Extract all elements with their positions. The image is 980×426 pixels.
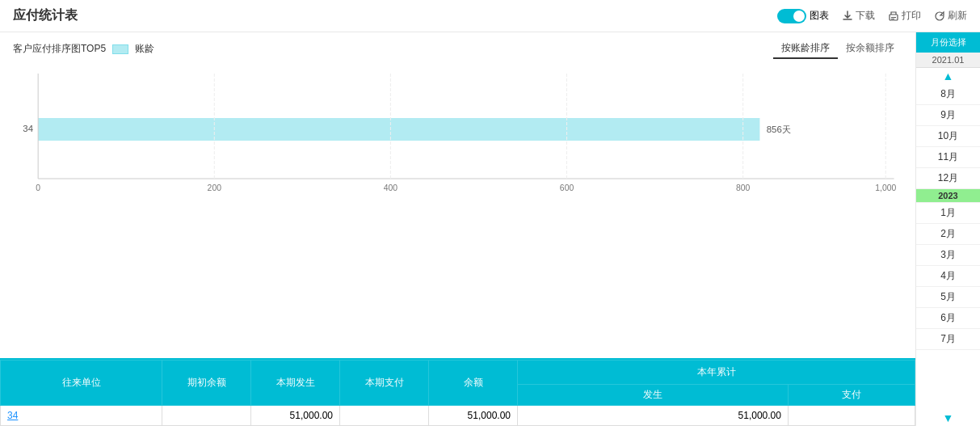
chart-sort-buttons: 按账龄排序 按余额排序 xyxy=(773,39,902,59)
sidebar-month-8[interactable]: 8月 xyxy=(916,84,980,105)
sidebar-month-7[interactable]: 7月 xyxy=(916,329,980,350)
cell-current-pay xyxy=(340,406,429,426)
svg-rect-2 xyxy=(891,19,894,19)
table-row: 34 51,000.00 51,000.00 51,000.00 xyxy=(1,406,915,426)
col-opening: 期初余额 xyxy=(162,361,251,406)
cell-ytd-pay xyxy=(788,406,915,426)
sidebar-month-4[interactable]: 4月 xyxy=(916,266,980,287)
svg-text:856天: 856天 xyxy=(767,124,791,134)
chart-toggle-label: 图表 xyxy=(810,9,829,23)
sidebar-month-1[interactable]: 1月 xyxy=(916,203,980,224)
svg-text:400: 400 xyxy=(384,183,398,192)
download-button[interactable]: 下载 xyxy=(842,9,875,23)
sort-by-balance-button[interactable]: 按余额排序 xyxy=(838,39,902,59)
chart-legend: 客户应付排序图TOP5 账龄 xyxy=(13,42,154,56)
page-title: 应付统计表 xyxy=(13,7,78,24)
chart-toggle-wrap: 图表 xyxy=(777,9,829,23)
print-icon xyxy=(888,11,899,22)
sidebar-month-10[interactable]: 10月 xyxy=(916,126,980,147)
chart-area: 客户应付排序图TOP5 账龄 按账龄排序 按余额排序 34 856天 xyxy=(0,32,915,426)
header-actions: 图表 下载 打印 刷新 xyxy=(777,9,967,23)
sort-by-age-button[interactable]: 按账龄排序 xyxy=(773,39,838,59)
page-container: 应付统计表 图表 下载 打印 刷新 xyxy=(0,0,980,426)
data-table: 往来单位 期初余额 本期发生 本期支付 余额 本年累计 发生 支付 xyxy=(0,360,915,426)
table-wrap: 往来单位 期初余额 本期发生 本期支付 余额 本年累计 发生 支付 xyxy=(0,358,915,426)
sidebar-month-5[interactable]: 5月 xyxy=(916,287,980,308)
cell-balance: 51,000.00 xyxy=(429,406,518,426)
refresh-button[interactable]: 刷新 xyxy=(934,9,967,23)
main-content: 客户应付排序图TOP5 账龄 按账龄排序 按余额排序 34 856天 xyxy=(0,32,980,426)
cell-opening xyxy=(162,406,251,426)
svg-text:34: 34 xyxy=(23,124,33,133)
chart-svg: 34 856天 0 200 400 600 800 1,000 xyxy=(13,65,902,195)
sidebar: 月份选择 2021.01 ▲ 8月 9月 10月 11月 12月 2023 1月… xyxy=(915,32,980,426)
svg-text:1,000: 1,000 xyxy=(875,183,896,192)
sidebar-year-2023: 2023 xyxy=(916,189,980,203)
col-unit: 往来单位 xyxy=(1,361,162,406)
col-ytd: 本年累计 xyxy=(518,361,915,385)
sidebar-month-3[interactable]: 3月 xyxy=(916,245,980,266)
legend-box-label: 账龄 xyxy=(135,42,154,56)
col-current-occur: 本期发生 xyxy=(251,361,340,406)
table-header-row: 往来单位 期初余额 本期发生 本期支付 余额 本年累计 xyxy=(1,361,915,385)
col-ytd-pay: 支付 xyxy=(788,385,915,406)
col-balance: 余额 xyxy=(429,361,518,406)
sidebar-month-6[interactable]: 6月 xyxy=(916,308,980,329)
sidebar-months-list: 8月 9月 10月 11月 12月 2023 1月 2月 3月 4月 5月 6月… xyxy=(916,84,980,410)
col-ytd-occur: 发生 xyxy=(518,385,789,406)
col-current-pay: 本期支付 xyxy=(340,361,429,406)
sidebar-month-9[interactable]: 9月 xyxy=(916,105,980,126)
svg-rect-4 xyxy=(38,118,759,141)
cell-ytd-occur: 51,000.00 xyxy=(518,406,789,426)
header: 应付统计表 图表 下载 打印 刷新 xyxy=(0,0,980,32)
sidebar-title: 月份选择 xyxy=(916,32,980,53)
legend-label: 客户应付排序图TOP5 xyxy=(13,42,106,56)
svg-rect-1 xyxy=(891,17,896,18)
sidebar-month-12[interactable]: 12月 xyxy=(916,168,980,189)
chart-svg-area: 34 856天 0 200 400 600 800 1,000 xyxy=(0,65,915,358)
legend-box xyxy=(112,44,128,54)
sidebar-month-2[interactable]: 2月 xyxy=(916,224,980,245)
cell-unit[interactable]: 34 xyxy=(1,406,162,426)
sidebar-scroll-down[interactable]: ▼ xyxy=(916,410,980,426)
svg-text:200: 200 xyxy=(208,183,222,192)
svg-text:800: 800 xyxy=(736,183,751,192)
chart-toggle[interactable] xyxy=(777,9,806,23)
sidebar-month-11[interactable]: 11月 xyxy=(916,147,980,168)
svg-text:0: 0 xyxy=(36,183,40,192)
sidebar-scroll-up[interactable]: ▲ xyxy=(916,68,980,84)
cell-current-occur: 51,000.00 xyxy=(251,406,340,426)
refresh-icon xyxy=(934,11,945,22)
print-button[interactable]: 打印 xyxy=(888,9,921,23)
chart-header: 客户应付排序图TOP5 账龄 按账龄排序 按余额排序 xyxy=(0,32,915,65)
sidebar-year-display: 2021.01 xyxy=(916,53,980,68)
download-icon xyxy=(842,11,853,22)
svg-text:600: 600 xyxy=(560,183,574,192)
